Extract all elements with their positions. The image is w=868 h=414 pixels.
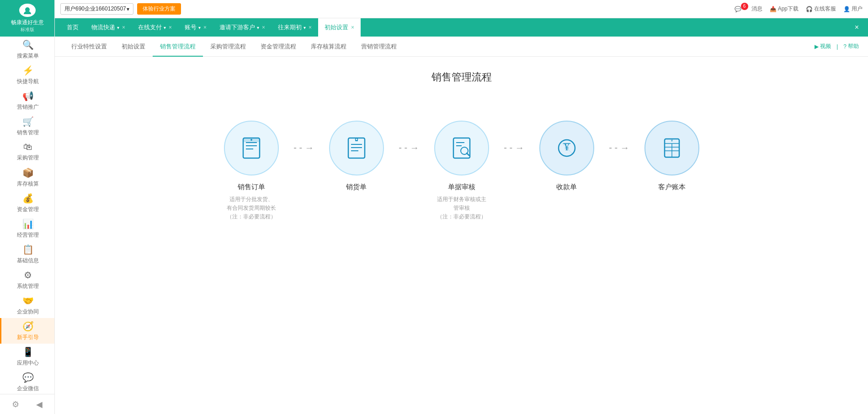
sidebar-item-quick[interactable]: ⚡ 快捷导航 — [0, 62, 54, 88]
message-btn[interactable]: 💬 6 消息 — [735, 5, 762, 13]
period-arrow-icon: ▾ — [304, 25, 306, 30]
subtab-right: ▶ 视频 | ? 帮助 — [815, 42, 859, 50]
nav-tab-payment[interactable]: 在线支付 ▾ × — [132, 18, 178, 37]
online-service-btn[interactable]: 🎧 在线客服 — [806, 5, 836, 13]
svg-line-14 — [467, 153, 469, 155]
sidebar-item-inventory[interactable]: 📦 库存核算 — [0, 165, 54, 190]
flow-diagram: 销售订单 适用于分批发货、有合同发货周期较长（注：非必要流程） - - → — [73, 111, 850, 231]
nav-tab-invite[interactable]: 邀请下游客户 ▾ × — [213, 18, 272, 37]
help-label: 帮助 — [848, 42, 859, 50]
initial-setup-close-icon[interactable]: × — [351, 24, 354, 31]
sidebar-item-sales[interactable]: 🛒 销售管理 — [0, 113, 54, 139]
user-dropdown[interactable]: 用户690企业1660120507 ▾ — [60, 3, 133, 15]
subtab-finance-flow[interactable]: 资金管理流程 — [253, 37, 304, 57]
subtab-industry[interactable]: 行业特性设置 — [64, 37, 114, 57]
system-icon: ⚙ — [24, 270, 32, 281]
avatar-icon: 👤 — [843, 6, 850, 12]
nav-tab-payment-label: 在线支付 — [138, 23, 162, 32]
subtab-marketing-flow[interactable]: 营销管理流程 — [354, 37, 404, 57]
sidebar-item-app-center[interactable]: 📱 应用中心 — [0, 344, 54, 369]
video-btn[interactable]: ▶ 视频 — [815, 42, 831, 50]
flow-arrow-2: - - → — [398, 121, 421, 153]
sidebar-item-finance[interactable]: 💰 资金管理 — [0, 190, 54, 216]
account-arrow-icon: ▾ — [198, 25, 201, 30]
flow-circle-receipt: ¥ — [539, 121, 594, 175]
sidebar: 畅康通好生意 标准版 🔍 搜索菜单 ⚡ 快捷导航 📢 营销推广 🛒 销售管理 🛍… — [0, 0, 55, 414]
collapse-icon[interactable]: ◀ — [36, 399, 43, 409]
subtab-finance-flow-label: 资金管理流程 — [261, 42, 296, 51]
flow-arrow-3: - - → — [503, 121, 526, 153]
nav-tab-period[interactable]: 往来期初 ▾ × — [272, 18, 318, 37]
trial-button[interactable]: 体验行业方案 — [137, 3, 181, 15]
inventory-icon: 📦 — [22, 167, 34, 178]
flow-item-receipt: ¥ 收款单 — [526, 121, 608, 195]
nav-tab-home[interactable]: 首页 — [60, 18, 85, 37]
nav-tab-logistics[interactable]: 物流快递 ▾ × — [85, 18, 132, 37]
invite-close-icon[interactable]: × — [262, 24, 265, 31]
message-label: 消息 — [751, 5, 762, 13]
sidebar-item-search-label: 搜索菜单 — [17, 52, 39, 60]
sidebar-item-operations[interactable]: 📊 经营管理 — [0, 216, 54, 241]
video-icon: ▶ — [815, 43, 819, 50]
top-bar-right: 💬 6 消息 📥 App下载 🎧 在线客服 👤 用户 — [735, 5, 863, 13]
divider: | — [836, 43, 838, 50]
app-download-btn[interactable]: 📥 App下载 — [770, 5, 799, 13]
help-btn[interactable]: ? 帮助 — [843, 42, 859, 50]
operations-icon: 📊 — [22, 218, 34, 229]
logistics-arrow-icon: ▾ — [117, 25, 119, 30]
download-icon: 📥 — [770, 6, 777, 12]
message-badge: 6 — [741, 3, 748, 10]
app-name: 畅康通好生意 — [11, 19, 44, 27]
logistics-close-icon[interactable]: × — [122, 24, 125, 31]
payment-close-icon[interactable]: × — [169, 24, 172, 31]
nav-close-btn[interactable]: × — [851, 23, 863, 32]
nav-tab-invite-label: 邀请下游客户 — [219, 23, 255, 32]
app-center-icon: 📱 — [22, 346, 34, 357]
flow-item-sales-invoice: 销货单 — [315, 121, 398, 195]
page-title: 销售管理流程 — [73, 70, 850, 84]
sidebar-item-system[interactable]: ⚙ 系统管理 — [0, 267, 54, 292]
nav-tab-initial-setup[interactable]: 初始设置 × — [318, 18, 361, 37]
nav-tabs: 首页 物流快递 ▾ × 在线支付 ▾ × 账号 ▾ × 邀请下游客户 ▾ × 往… — [55, 18, 868, 37]
flow-desc-audit: 适用于财务审核或主管审核（注：非必要流程） — [437, 195, 486, 222]
sidebar-item-purchase[interactable]: 🛍 采购管理 — [0, 139, 54, 165]
sidebar-item-enterprise-coop[interactable]: 🤝 企业协同 — [0, 292, 54, 318]
arrow-icon-4: - - → — [609, 143, 629, 153]
sidebar-item-marketing[interactable]: 📢 营销推广 — [0, 88, 54, 113]
sales-icon: 🛒 — [22, 116, 34, 127]
finance-icon: 💰 — [22, 193, 34, 204]
flow-item-audit: 单据审核 适用于财务审核或主管审核（注：非必要流程） — [421, 121, 503, 222]
subtab-initial[interactable]: 初始设置 — [114, 37, 153, 57]
enterprise-coop-icon: 🤝 — [22, 295, 34, 306]
quick-icon: ⚡ — [22, 65, 34, 76]
svg-text:¥: ¥ — [564, 141, 569, 153]
sidebar-item-enterprise-wechat[interactable]: 💬 企业微信 — [0, 369, 54, 394]
flow-label-sales-invoice: 销货单 — [346, 183, 367, 191]
sidebar-item-search[interactable]: 🔍 搜索菜单 — [0, 37, 54, 62]
flow-circle-sales-invoice — [329, 121, 384, 175]
nav-tab-account[interactable]: 账号 ▾ × — [178, 18, 213, 37]
subtab-inventory-flow[interactable]: 库存核算流程 — [304, 37, 354, 57]
nav-tab-logistics-label: 物流快递 — [91, 23, 115, 32]
sidebar-item-finance-label: 资金管理 — [17, 206, 39, 213]
sidebar-item-sales-label: 销售管理 — [17, 129, 39, 137]
logo-icon — [19, 4, 36, 17]
sidebar-item-baseinfo[interactable]: 📋 基础信息 — [0, 241, 54, 267]
flow-arrow-1: - - → — [293, 121, 315, 153]
subtab-inventory-flow-label: 库存核算流程 — [311, 42, 346, 51]
top-bar: 用户690企业1660120507 ▾ 体验行业方案 💬 6 消息 📥 App下… — [55, 0, 868, 18]
settings-icon[interactable]: ⚙ — [12, 399, 19, 409]
subtab-sales-flow[interactable]: 销售管理流程 — [153, 37, 203, 57]
sidebar-item-guide[interactable]: 🧭 新手引导 — [0, 318, 54, 344]
nav-tab-period-label: 往来期初 — [278, 23, 302, 32]
subtab-purchase-flow[interactable]: 采购管理流程 — [203, 37, 253, 57]
flow-circle-account-book: ¥ — [644, 121, 699, 175]
svg-point-11 — [355, 138, 357, 141]
svg-text:¥: ¥ — [670, 138, 673, 143]
user-avatar-btn[interactable]: 👤 用户 — [843, 5, 863, 13]
period-close-icon[interactable]: × — [309, 24, 312, 31]
account-close-icon[interactable]: × — [203, 24, 207, 31]
flow-circle-audit — [434, 121, 489, 175]
video-label: 视频 — [820, 42, 831, 50]
online-service-label: 在线客服 — [814, 5, 836, 13]
